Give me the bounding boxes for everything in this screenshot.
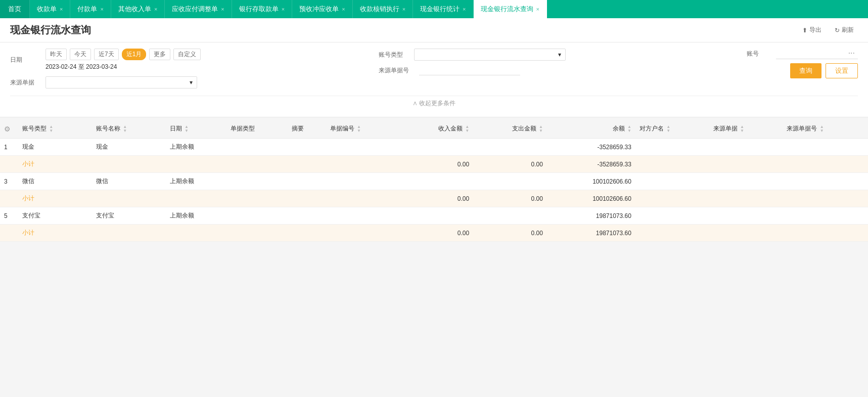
account-more-icon[interactable]: ··· [845, 49, 858, 58]
cell-doc-type [226, 207, 288, 225]
nav-tab-other-income[interactable]: 其他收入单 × [111, 0, 165, 18]
export-button[interactable]: ⬆ 导出 [798, 24, 826, 36]
source-doc-select[interactable]: ▾ [45, 76, 197, 89]
date-today[interactable]: 今天 [70, 49, 91, 60]
th-balance[interactable]: 余额 ▲▼ [547, 119, 635, 139]
nav-tab-ar-adjust[interactable]: 应收应付调整单 × [165, 0, 232, 18]
nav-tab-receipts-close[interactable]: × [60, 6, 63, 12]
th-source-doc[interactable]: 来源单据 ▲▼ [709, 119, 783, 139]
cell-expense: 0.00 [473, 190, 547, 207]
date-more[interactable]: 更多 [149, 49, 170, 60]
th-account-type[interactable]: 账号类型 ▲▼ [18, 119, 92, 139]
collapse-bar[interactable]: ∧ 收起更多条件 [10, 96, 858, 111]
th-source-doc-no[interactable]: 来源单据号 ▲▼ [783, 119, 868, 139]
table-row[interactable]: 3 微信 微信 上期余额 100102606.60 [0, 173, 868, 190]
nav-tab-receipts[interactable]: 收款单 × [30, 0, 70, 18]
cell-source-doc-no [783, 156, 868, 173]
cell-account-name: 现金 [92, 139, 166, 156]
cell-income [399, 207, 473, 225]
cell-source-doc [709, 139, 783, 156]
nav-tab-ar-adjust-close[interactable]: × [221, 6, 224, 12]
cell-source-doc [709, 190, 783, 207]
refresh-button[interactable]: ↻ 刷新 [831, 24, 858, 36]
refresh-label: 刷新 [842, 26, 854, 34]
date-1month[interactable]: 近1月 [122, 49, 147, 60]
nav-tab-bank-deposit[interactable]: 银行存取款单 × [232, 0, 292, 18]
cell-account-name: 支付宝 [92, 207, 166, 225]
source-doc-chevron-icon: ▾ [190, 79, 193, 86]
th-income[interactable]: 收入金额 ▲▼ [399, 119, 473, 139]
th-source-doc-label: 来源单据 [713, 125, 738, 132]
table-settings-gear-icon[interactable]: ⚙ [4, 125, 11, 133]
nav-tab-advance-close[interactable]: × [342, 6, 345, 12]
sort-icon-source-doc: ▲▼ [740, 125, 744, 133]
cell-balance: 19871073.60 [547, 207, 635, 225]
cell-counterpart [635, 190, 709, 207]
source-doc-no-input[interactable] [419, 66, 520, 75]
cell-date: 上期余额 [166, 173, 227, 190]
th-date[interactable]: 日期 ▲▼ [166, 119, 227, 139]
sort-icon-income: ▲▼ [465, 125, 469, 133]
nav-tab-advance[interactable]: 预收冲应收单 × [292, 0, 352, 18]
nav-tab-bank-deposit-close[interactable]: × [282, 6, 285, 12]
account-type-chevron-icon: ▾ [558, 51, 561, 58]
cell-date [166, 156, 227, 173]
date-custom[interactable]: 自定义 [173, 49, 201, 60]
cell-source-doc-no [783, 190, 868, 207]
cell-summary [288, 207, 326, 225]
date-yesterday[interactable]: 昨天 [45, 49, 67, 60]
nav-tab-bank-deposit-label: 银行存取款单 [239, 5, 279, 14]
cell-source-doc-no [783, 225, 868, 242]
nav-home[interactable]: 首页 [0, 0, 30, 18]
nav-tab-collection-label: 收款核销执行 [360, 5, 399, 14]
filter-date-row: 日期 昨天 今天 近7天 近1月 更多 自定义 2023-02-24 至 202… [10, 49, 363, 71]
th-counterpart[interactable]: 对方户名 ▲▼ [635, 119, 709, 139]
cell-account-type: 小计 [18, 190, 92, 207]
filter-source-no-row: 来源单据号 [379, 66, 732, 75]
filter-area: 日期 昨天 今天 近7天 近1月 更多 自定义 2023-02-24 至 202… [0, 42, 868, 117]
cell-doc-type [226, 173, 288, 190]
th-account-name[interactable]: 账号名称 ▲▼ [92, 119, 166, 139]
nav-tab-collection-close[interactable]: × [402, 6, 405, 12]
cell-counterpart [635, 156, 709, 173]
cell-doc-type [226, 225, 288, 242]
date-7days[interactable]: 近7天 [94, 49, 119, 60]
nav-tab-other-income-close[interactable]: × [154, 6, 157, 12]
sort-icon-date: ▲▼ [185, 125, 189, 133]
cell-summary [288, 225, 326, 242]
table-row[interactable]: 小计 0.00 0.00 -3528659.33 [0, 156, 868, 173]
table-row[interactable]: 小计 0.00 0.00 19871073.60 [0, 225, 868, 242]
cell-doc-type [226, 139, 288, 156]
table-row[interactable]: 小计 0.00 0.00 100102606.60 [0, 190, 868, 207]
cell-summary [288, 190, 326, 207]
th-summary-label: 摘要 [292, 125, 304, 132]
table-row[interactable]: 1 现金 现金 上期余额 -3528659.33 [0, 139, 868, 156]
filter-source-row: 来源单据 ▾ [10, 76, 363, 89]
nav-tab-cash-stats[interactable]: 现金银行统计 × [413, 0, 473, 18]
cell-no: 5 [0, 207, 18, 225]
cell-counterpart [635, 225, 709, 242]
nav-tab-other-income-label: 其他收入单 [118, 5, 151, 14]
nav-tab-payments[interactable]: 付款单 × [70, 0, 111, 18]
cell-balance: -3528659.33 [547, 139, 635, 156]
cell-date: 上期余额 [166, 207, 227, 225]
account-label: 账号 [747, 50, 772, 58]
cell-no [0, 156, 18, 173]
account-type-select[interactable]: ▾ [414, 49, 566, 61]
cell-summary [288, 156, 326, 173]
cell-income: 0.00 [399, 190, 473, 207]
cell-source-doc-no [783, 173, 868, 190]
settings-button[interactable]: 设置 [826, 63, 858, 78]
nav-tab-cash-flow-close[interactable]: × [536, 6, 539, 12]
nav-tab-collection[interactable]: 收款核销执行 × [353, 0, 413, 18]
nav-tab-cash-flow[interactable]: 现金银行流水查询 × [474, 0, 547, 18]
cell-doc-type [226, 156, 288, 173]
cell-date [166, 190, 227, 207]
table-row[interactable]: 5 支付宝 支付宝 上期余额 19871073.60 [0, 207, 868, 225]
nav-tab-cash-stats-close[interactable]: × [463, 6, 466, 12]
th-expense[interactable]: 支出金额 ▲▼ [473, 119, 547, 139]
query-button[interactable]: 查询 [790, 63, 821, 78]
th-doc-no[interactable]: 单据编号 ▲▼ [326, 119, 400, 139]
cell-doc-no [326, 156, 400, 173]
nav-tab-payments-close[interactable]: × [100, 6, 103, 12]
